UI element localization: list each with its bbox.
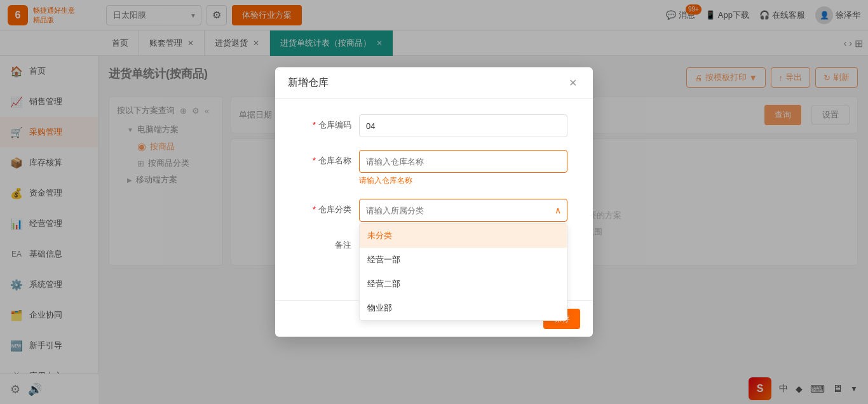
dialog-title: 新增仓库 bbox=[288, 76, 329, 90]
warehouse-name-label: 仓库名称 bbox=[301, 150, 351, 166]
warehouse-code-row: 仓库编码 bbox=[301, 114, 567, 137]
dialog-close-button[interactable]: ✕ bbox=[565, 76, 580, 91]
category-select-wrapper: ∧ bbox=[359, 199, 567, 222]
dropdown-item-dept3[interactable]: 物业部 bbox=[360, 296, 567, 320]
dropdown-item-dept2[interactable]: 经营二部 bbox=[360, 272, 567, 296]
warehouse-name-control: 请输入仓库名称 bbox=[359, 150, 567, 186]
dialog-body: 仓库编码 仓库名称 请输入仓库名称 仓库分类 ∧ bbox=[275, 99, 593, 300]
warehouse-name-error: 请输入仓库名称 bbox=[359, 175, 567, 186]
warehouse-name-input[interactable] bbox=[359, 150, 567, 173]
remark-label: 备注 bbox=[301, 234, 351, 251]
warehouse-category-label: 仓库分类 bbox=[301, 199, 351, 215]
warehouse-code-input[interactable] bbox=[359, 114, 567, 137]
warehouse-category-control: ∧ 未分类 经营一部 经营二部 物业部 bbox=[359, 199, 567, 222]
warehouse-code-label: 仓库编码 bbox=[301, 114, 351, 131]
dialog-header: 新增仓库 ✕ bbox=[275, 67, 593, 99]
dropdown-item-dept1[interactable]: 经营一部 bbox=[360, 248, 567, 272]
modal-overlay: 新增仓库 ✕ 仓库编码 仓库名称 请输入仓库名称 仓库分类 bbox=[0, 0, 868, 404]
warehouse-name-row: 仓库名称 请输入仓库名称 bbox=[301, 150, 567, 186]
category-dropdown: 未分类 经营一部 经营二部 物业部 bbox=[359, 223, 567, 321]
warehouse-category-input[interactable] bbox=[359, 199, 567, 222]
warehouse-code-control bbox=[359, 114, 567, 137]
warehouse-category-row: 仓库分类 ∧ 未分类 经营一部 经营二部 物业部 bbox=[301, 199, 567, 222]
dropdown-item-uncategorized[interactable]: 未分类 bbox=[360, 224, 567, 248]
new-warehouse-dialog: 新增仓库 ✕ 仓库编码 仓库名称 请输入仓库名称 仓库分类 bbox=[275, 67, 593, 337]
